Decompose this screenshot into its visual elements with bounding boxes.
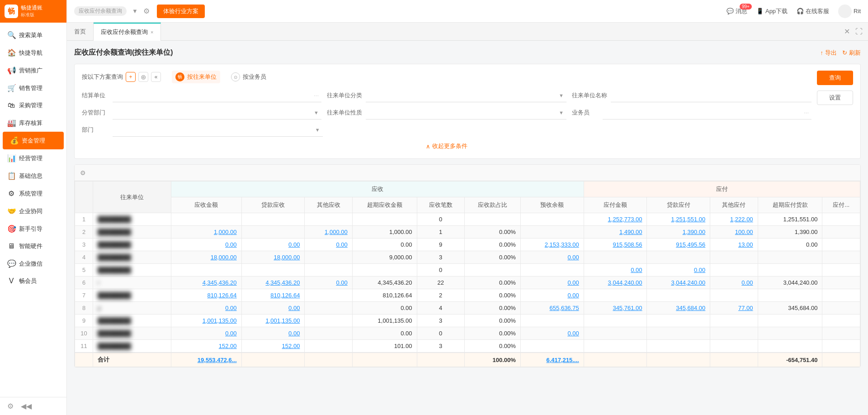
cell-receivable-amount[interactable]: 810,126.64 [171,289,241,302]
cell-prepaid-balance[interactable]: 2,153,333.00 [520,239,584,251]
filter-edit-icon[interactable]: ◎ [138,72,148,82]
sidebar-item-enterprise[interactable]: 🤝 企业协同 [0,202,66,220]
sidebar-item-purchase[interactable]: 🛍 采购管理 [0,97,66,114]
filter-add-icon[interactable]: + [126,72,136,82]
partner-category-select[interactable]: ▼ [366,89,566,102]
cell-payable-amount[interactable]: 345,761.00 [584,302,647,315]
cell-loan-payable[interactable]: 345,684.00 [647,302,710,315]
sidebar-item-system[interactable]: ⚙ 系统管理 [0,185,66,202]
cell-loan-receivable[interactable]: 1,001,135.00 [241,315,305,327]
fullscreen-icon[interactable]: ⛶ [855,28,863,36]
col-receivable-ratio: 应收款占比 [464,197,520,213]
app-download-button[interactable]: 📱 App下载 [756,7,788,15]
collapse-sidebar-icon[interactable]: ◀◀ [21,402,32,410]
cell-other-payable[interactable]: 13.00 [710,239,758,251]
cell-receivable-count: 9 [417,239,464,251]
query-button[interactable]: 查询 [817,71,853,85]
cell-payable-amount[interactable]: 0.00 [584,264,647,277]
settings-button[interactable]: 设置 [817,91,853,105]
tab-home[interactable]: 首页 [67,23,94,41]
sidebar-item-member[interactable]: V 畅会员 [0,272,66,290]
tab-receivable-query[interactable]: 应收应付余额查询 × [94,23,161,41]
cell-other-receivable[interactable]: 1,000.00 [305,226,352,239]
cell-loan-receivable[interactable]: 18,000.00 [241,251,305,264]
cell-receivable-amount[interactable]: 0.00 [171,239,241,251]
collapse-bar[interactable]: ∧ 收起更多条件 [82,140,811,152]
cell-receivable-amount[interactable]: 4,345,436.20 [171,277,241,289]
cell-receivable-amount[interactable]: 18,000.00 [171,251,241,264]
tab-close-window-icon[interactable]: ✕ [844,27,850,36]
cell-other-receivable[interactable]: 0.00 [305,239,352,251]
table-footer-row: 合计 19,553,472,6... 100.00% 6,417,215.... [75,353,860,367]
cell-payable-amount[interactable]: 915,508.56 [584,239,647,251]
cell-loan-receivable[interactable]: 4,345,436.20 [241,277,305,289]
settlement-unit-input[interactable]: ··· [113,89,321,102]
cell-loan-receivable[interactable]: 810,126.64 [241,289,305,302]
footer-label: 合计 [93,353,171,367]
sidebar-item-search[interactable]: 🔍 搜索菜单 [0,26,66,44]
cell-prepaid-balance[interactable]: 0.00 [520,277,584,289]
cell-prepaid-balance[interactable]: 0.00 [520,251,584,264]
cell-receivable-amount[interactable]: 1,001,135.00 [171,315,241,327]
division-select[interactable]: ▼ [113,106,321,119]
partner-name-input[interactable] [611,89,811,102]
online-service-button[interactable]: 🎧 在线客服 [797,7,829,15]
partner-nature-select[interactable]: ▼ [366,106,566,119]
export-button[interactable]: ↑ 导出 [821,49,837,57]
cell-prepaid-balance[interactable]: 655,636.75 [520,302,584,315]
cell-payable-amount[interactable]: 1,490.00 [584,226,647,239]
cell-loan-receivable[interactable]: 152.00 [241,340,305,353]
filter-option-partner[interactable]: 畅 按往来单位 [172,71,220,83]
sidebar-item-hardware[interactable]: 🖥 智能硬件 [0,238,66,255]
tab-close-icon[interactable]: × [151,29,153,35]
partner-name-label: 往来单位名称 [572,91,607,100]
table-settings-icon[interactable]: ⚙ [80,169,86,176]
cell-loan-payable[interactable]: 915,495.56 [647,239,710,251]
cell-receivable-amount[interactable]: 0.00 [171,327,241,340]
user-avatar[interactable]: Rit [838,5,861,18]
cell-receivable-amount[interactable]: 0.00 [171,302,241,315]
cell-prepaid-balance[interactable]: 0.00 [520,289,584,302]
cell-payable-amount[interactable]: 1,252,773.00 [584,213,647,226]
cell-loan-payable[interactable]: 3,044,240.00 [647,277,710,289]
footer-overdue-payable: -654,751.40 [758,353,822,367]
salesperson-input[interactable]: ··· [603,106,811,119]
sidebar-item-sales[interactable]: 🛒 销售管理 [0,79,66,97]
cell-loan-receivable[interactable]: 0.00 [241,327,305,340]
cell-other-payable[interactable]: 0.00 [710,277,758,289]
cell-payable-amount[interactable]: 3,044,240.00 [584,277,647,289]
cell-loan-receivable[interactable]: 0.00 [241,302,305,315]
cell-loan-payable[interactable]: 1,251,551.00 [647,213,710,226]
cell-loan-receivable[interactable]: 0.00 [241,239,305,251]
topbar-settings-icon[interactable]: ⚙ [143,7,150,15]
cell-scroll [822,226,860,239]
cell-other-payable[interactable]: 77.00 [710,302,758,315]
sidebar-item-basic-info[interactable]: 📋 基础信息 [0,167,66,185]
sidebar-item-operations[interactable]: 📊 经营管理 [0,149,66,167]
cell-loan-payable[interactable]: 1,390.00 [647,226,710,239]
cell-other-payable[interactable]: 100.00 [710,226,758,239]
cell-loan-payable[interactable]: 0.00 [647,264,710,277]
sidebar-item-finance[interactable]: 💰 资金管理 [3,132,64,149]
cell-receivable-count: 0 [417,327,464,340]
message-button[interactable]: 💬 消息 99+ [726,7,747,15]
cell-partner: ████████ [93,340,171,353]
sidebar-item-guide[interactable]: 🎯 新手引导 [0,220,66,238]
cell-receivable-amount[interactable]: 152.00 [171,340,241,353]
department-select[interactable]: ▼ [113,123,323,137]
promo-button[interactable]: 体验行业方案 [157,5,205,18]
filter-option-salesperson[interactable]: ⊙ 按业务员 [227,71,270,83]
cell-other-receivable[interactable]: 0.00 [305,277,352,289]
sidebar-item-quick-nav[interactable]: 🏠 快捷导航 [0,44,66,62]
sidebar-item-wechat[interactable]: 💬 企业微信 [0,255,66,272]
col-receivable-amount: 应收金额 [171,197,241,213]
sidebar-item-marketing[interactable]: 📢 营销推广 [0,62,66,79]
sidebar-logo: 畅 畅捷通账 标准版 [0,0,66,23]
cell-other-payable[interactable]: 1,222.00 [710,213,758,226]
cell-receivable-amount[interactable]: 1,000.00 [171,226,241,239]
filter-collapse-icon[interactable]: « [151,72,161,82]
refresh-button[interactable]: ↻ 刷新 [842,49,861,57]
settings-bottom-icon[interactable]: ⚙ [7,402,14,410]
cell-prepaid-balance[interactable]: 0.00 [520,327,584,340]
sidebar-item-inventory[interactable]: 🏭 库存核算 [0,114,66,132]
